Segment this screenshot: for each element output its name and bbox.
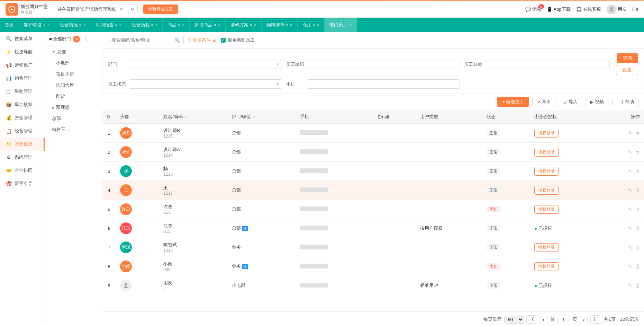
nav-item-首页[interactable]: 首页: [0, 18, 19, 32]
nav-close-btn[interactable]: ×: [317, 23, 319, 27]
dept-tree-item-zongbu2[interactable]: 总部: [45, 113, 102, 124]
delete-btn[interactable]: 🗑: [635, 130, 640, 136]
sidebar-item-新手引导[interactable]: 🎯新手引导: [0, 177, 45, 190]
next-page-btn[interactable]: ›: [580, 316, 588, 323]
dept-tree-item-shuanglu[interactable]: ▶ 双鹿想: [45, 102, 102, 113]
prev-page-btn[interactable]: ‹: [540, 316, 547, 323]
nav-item-新增商品[interactable]: 新增商品 × ×: [190, 18, 226, 32]
nav-close-btn[interactable]: ×: [119, 23, 122, 27]
delete-btn[interactable]: 🗑: [635, 264, 640, 269]
nav-item-部门员工[interactable]: 部门员工 ×: [325, 18, 357, 32]
nav-item-经营情况[interactable]: 经营情况 × ×: [55, 18, 91, 32]
nav-close-btn[interactable]: ×: [254, 23, 256, 27]
delete-btn[interactable]: 🗑: [635, 149, 640, 155]
authorize-btn[interactable]: 授权登录: [534, 148, 559, 157]
col-dept[interactable]: 部门/职位 ⇅: [228, 110, 296, 124]
show-resigned-checkbox[interactable]: ✓: [221, 38, 226, 43]
authorize-btn[interactable]: 授权登录: [534, 167, 559, 176]
authorize-btn[interactable]: 授权登录: [534, 243, 559, 252]
sidebar-item-库存核算[interactable]: 📦库存核算: [0, 98, 45, 111]
per-page-select[interactable]: 50 100: [504, 316, 524, 324]
nav-close-btn[interactable]: ×: [155, 23, 157, 27]
system-title-arrow[interactable]: ▾: [120, 7, 123, 12]
nav-close-btn[interactable]: ×: [47, 23, 50, 27]
sidebar-item-营销推广[interactable]: 📢营销推广: [0, 59, 45, 72]
edit-btn[interactable]: ✎: [628, 245, 632, 250]
user-menu[interactable]: 用友: [607, 5, 627, 14]
help-btn[interactable]: ? 帮助: [617, 97, 638, 107]
sidebar-item-基础信息[interactable]: 📁基础信息: [0, 138, 45, 151]
authorize-btn[interactable]: 授权登录: [534, 205, 559, 214]
dept-edit-btn[interactable]: ✎: [73, 36, 80, 43]
sidebar-item-搜索菜单[interactable]: 🔍搜索菜单: [0, 32, 45, 45]
sidebar-item-资金管理[interactable]: 💰资金管理: [0, 111, 45, 124]
nav-item-利润报告[interactable]: 利润报告 × ×: [91, 18, 127, 32]
dept-tree-item-shenyang[interactable]: 沈阳大库: [45, 80, 102, 91]
import-btn[interactable]: ↙ 导入: [559, 97, 582, 107]
trial-btn[interactable]: 体验行业方案: [143, 5, 178, 14]
delete-btn[interactable]: 🗑: [635, 168, 640, 174]
delete-btn[interactable]: 🗑: [635, 226, 640, 231]
delete-btn[interactable]: 🗑: [635, 187, 640, 193]
edit-btn[interactable]: ✎: [628, 149, 632, 155]
delete-btn[interactable]: 🗑: [635, 245, 640, 250]
edit-btn[interactable]: ✎: [628, 187, 632, 193]
edit-btn[interactable]: ✎: [628, 130, 632, 136]
nav-item-仓库[interactable]: 仓库 × ×: [298, 18, 325, 32]
nav-close-btn[interactable]: ×: [350, 23, 352, 27]
first-page-btn[interactable]: 《: [526, 315, 537, 324]
sidebar-item-企业协同[interactable]: 🤝企业协同: [0, 164, 45, 177]
sidebar-item-采购管理[interactable]: 🛒采购管理: [0, 85, 45, 98]
nav-item-经营历程[interactable]: 经营历程 × ×: [127, 18, 163, 32]
dept-collapse-btn[interactable]: 《: [83, 36, 87, 42]
set-btn[interactable]: 设置: [616, 65, 638, 75]
query-btn[interactable]: 查询: [617, 53, 638, 63]
edit-btn[interactable]: ✎: [628, 226, 632, 231]
nav-close-btn[interactable]: ×: [290, 23, 292, 27]
message-btn[interactable]: 💬 消息 5: [525, 6, 541, 12]
dept-tree-item-peihuo[interactable]: 配货: [45, 91, 102, 102]
dept-tree-item-zongbu-parent[interactable]: ▼ 总部: [45, 46, 102, 58]
nav-item-条码方案[interactable]: 条码方案 × ×: [226, 18, 262, 32]
edit-btn[interactable]: ✎: [628, 206, 632, 212]
sidebar-item-销售管理[interactable]: 📊销售管理: [0, 72, 45, 85]
authorize-btn[interactable]: 授权登录: [534, 186, 559, 195]
delete-btn[interactable]: 🗑: [635, 206, 640, 212]
sidebar-item-经营管理[interactable]: 📋经营管理: [0, 124, 45, 138]
app-download-btn[interactable]: 📱 App下载: [547, 6, 571, 12]
last-page-btn[interactable]: 》: [590, 315, 601, 324]
col-name-code[interactable]: 姓名/编码 ⇅: [159, 110, 227, 124]
edit-btn[interactable]: ✎: [628, 264, 632, 269]
nav-close-btn[interactable]: ×: [83, 23, 86, 27]
export-btn[interactable]: ↗ 导出: [532, 97, 555, 107]
nav-item-商品[interactable]: 商品 × ×: [163, 18, 190, 32]
nav-item-物料清单[interactable]: 物料清单 × ×: [262, 18, 298, 32]
nav-close-btn[interactable]: ×: [182, 23, 184, 27]
sidebar-item-系统管理[interactable]: ⚙系统管理: [0, 151, 45, 164]
edit-btn[interactable]: ✎: [628, 168, 632, 174]
add-employee-btn[interactable]: + 新增员工: [497, 97, 529, 107]
filter-empstatus-select[interactable]: ▾: [129, 79, 282, 89]
nav-item-客户联络[interactable]: 客户联络 × ×: [19, 18, 55, 32]
settings-icon[interactable]: ⚙: [128, 5, 138, 14]
delete-btn[interactable]: 🗑: [635, 283, 640, 288]
filter-dept-select[interactable]: ▾: [129, 60, 282, 69]
filter-empcode-input[interactable]: [307, 60, 460, 69]
more-filter-btn[interactable]: ▽ 更多条件 ▲: [188, 37, 217, 43]
col-settings[interactable]: ⚙: [102, 110, 116, 124]
dept-tree-item-xiaodianbu[interactable]: 小电部: [45, 58, 102, 69]
search-input[interactable]: [111, 37, 172, 43]
online-service-btn[interactable]: 🎧 在线客服: [576, 6, 601, 12]
filter-empname-input[interactable]: [485, 60, 610, 69]
search-input-wrap[interactable]: 🔍: [108, 36, 184, 44]
page-number-input[interactable]: [557, 316, 570, 323]
edit-btn[interactable]: ✎: [628, 283, 632, 288]
sidebar-item-快捷导航[interactable]: ⚡快捷导航: [0, 45, 45, 59]
dept-tree-item-zhishu[interactable]: 植树王二: [45, 124, 102, 135]
view-btn[interactable]: ▶ 视频: [586, 97, 608, 107]
filter-phone-input[interactable]: [307, 79, 460, 89]
show-resigned-wrap[interactable]: ✓ 显示离职员工: [221, 37, 255, 43]
authorize-btn[interactable]: 授权登录: [534, 129, 559, 138]
nav-close-btn[interactable]: ×: [218, 23, 220, 27]
col-phone[interactable]: 手机 ⇅: [296, 110, 374, 124]
